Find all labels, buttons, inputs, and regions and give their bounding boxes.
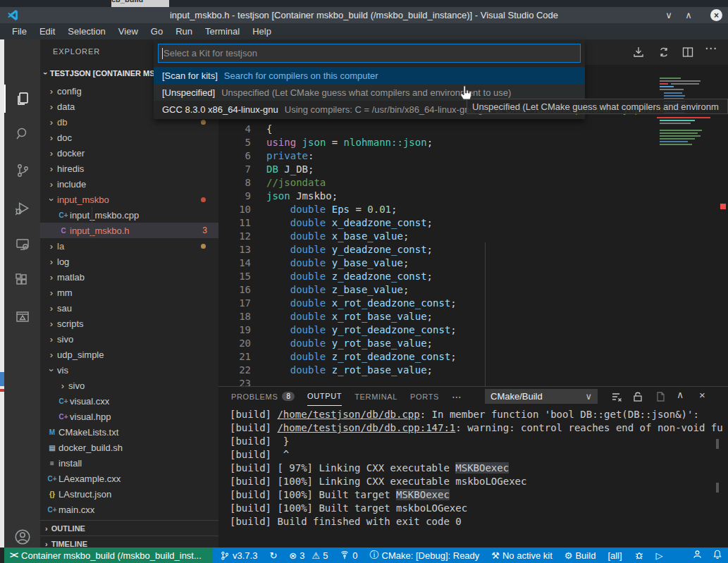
- menu-help[interactable]: Help: [246, 24, 278, 39]
- panel-tab-terminal[interactable]: TERMINAL: [354, 387, 397, 406]
- active-kit-item[interactable]: ⚒ No active kit: [491, 550, 552, 561]
- menu-run[interactable]: Run: [169, 24, 199, 39]
- code-view[interactable]: 4{5using json = nlohmann::json;6private:…: [218, 123, 728, 386]
- clear-output-icon[interactable]: [610, 390, 623, 405]
- build-button[interactable]: ⚙ Build: [564, 550, 596, 561]
- activity-bar: [4, 39, 40, 547]
- build-output[interactable]: [build] /home/testjson/db/db.cpp: In mem…: [230, 408, 723, 528]
- ports-item[interactable]: 0: [340, 550, 357, 561]
- token: [326, 297, 331, 309]
- run-and-debug-icon[interactable]: [4, 194, 40, 223]
- tree-file-install[interactable]: ≡install: [40, 455, 218, 471]
- build-target-item[interactable]: [all]: [607, 550, 622, 561]
- open-output-in-editor-icon[interactable]: [654, 390, 667, 405]
- tree-file-laexample-cxx[interactable]: C+LAexample.cxx: [40, 471, 218, 486]
- code-text: double y_deadzone_const;: [266, 243, 433, 256]
- overview-ruler-error-mark: [720, 204, 726, 209]
- menu-edit[interactable]: Edit: [33, 24, 61, 39]
- close-button[interactable]: ×: [710, 9, 722, 21]
- tree-file-lastruct-json[interactable]: {}LAstruct.json: [40, 486, 218, 502]
- remote-indicator[interactable]: >< Container mskbo_build (/mskbo_build_i…: [4, 547, 213, 563]
- output-file-link[interactable]: /home/testjson/db/db.cpp:147:1: [277, 422, 455, 433]
- outline-section[interactable]: › OUTLINE: [40, 520, 218, 536]
- panel-tab-problems[interactable]: PROBLEMS8: [231, 387, 295, 406]
- tree-folder-include[interactable]: ›include: [40, 176, 218, 192]
- tree-folder-docker[interactable]: ›docker: [40, 145, 218, 161]
- error-dot: [201, 197, 206, 202]
- minimap[interactable]: [657, 78, 710, 190]
- tree-folder-udp-simple[interactable]: ›udp_simple: [40, 347, 218, 362]
- tree-file-input-mskbo-cpp[interactable]: C+input_mskbo.cpp: [40, 207, 218, 223]
- code-text: {: [266, 123, 272, 136]
- minimize-button[interactable]: ∨: [660, 7, 677, 23]
- tree-folder-log[interactable]: ›log: [40, 254, 218, 269]
- search-icon[interactable]: [4, 120, 40, 148]
- menu-file[interactable]: File: [6, 24, 33, 39]
- cmake-status-item[interactable]: ⓘ CMake: [Debug]: Ready: [370, 549, 480, 562]
- git-branch-item[interactable]: v3.7.3: [220, 550, 257, 561]
- output-line: [build] [100%] Built target MSKBOexec: [230, 488, 723, 502]
- tree-folder-doc[interactable]: ›doc: [40, 130, 218, 145]
- notifications-bell-icon[interactable]: [712, 549, 722, 562]
- maximize-panel-icon[interactable]: ∧: [677, 389, 684, 400]
- menu-go[interactable]: Go: [144, 24, 169, 39]
- menu-view[interactable]: View: [112, 24, 144, 39]
- tree-folder-hiredis[interactable]: ›hiredis: [40, 161, 218, 176]
- tree-folder-sau[interactable]: ›sau: [40, 300, 218, 316]
- menu-terminal[interactable]: Terminal: [199, 24, 246, 39]
- tree-folder-vis[interactable]: ›vis: [40, 362, 218, 378]
- switch-header-source-icon[interactable]: [657, 45, 671, 62]
- tree-folder-mm[interactable]: ›mm: [40, 285, 218, 300]
- quick-pick-input[interactable]: Select a Kit for testjson: [158, 44, 581, 63]
- cmake-tools-icon[interactable]: [4, 303, 40, 331]
- problems-item[interactable]: ⊗ 3 ⚠ 5: [289, 550, 328, 561]
- panel-tab-ports[interactable]: PORTS: [410, 387, 439, 406]
- tree-folder-scripts[interactable]: ›scripts: [40, 316, 218, 331]
- explorer-icon[interactable]: [4, 85, 40, 113]
- feedback-icon[interactable]: [692, 549, 703, 562]
- tree-file-docker-build-sh[interactable]: ▤docker_build.sh: [40, 440, 218, 455]
- lock-icon[interactable]: [631, 390, 644, 405]
- sync-item[interactable]: ↻: [269, 550, 277, 561]
- menu-selection[interactable]: Selection: [61, 24, 111, 39]
- launch-target-item[interactable]: ▷: [656, 550, 663, 561]
- tree-folder-la[interactable]: ›la: [40, 238, 218, 254]
- cpp-file-icon: C+: [46, 506, 58, 514]
- tree-folder-sivo[interactable]: ›sivo: [40, 378, 218, 393]
- cmake-status-label: CMake: [Debug]: Ready: [382, 550, 480, 561]
- remote-explorer-icon[interactable]: [4, 230, 40, 259]
- tree-file-input-mskbo-h[interactable]: Cinput_mskbo.h3: [40, 223, 218, 238]
- output-file-link[interactable]: /home/testjson/db/db.cpp: [277, 409, 419, 420]
- output-line: [build] [ 97%] Linking CXX executable MS…: [230, 462, 723, 475]
- source-control-icon[interactable]: [4, 156, 40, 185]
- line-number: 10: [218, 203, 251, 216]
- tree-folder-input-mskbo[interactable]: ›input_mskbo: [40, 192, 218, 207]
- account-icon[interactable]: [4, 523, 40, 551]
- tree-file-cmakelists-txt[interactable]: MCMakeLists.txt: [40, 424, 218, 440]
- output-channel-select[interactable]: CMake/Build ∨: [485, 389, 598, 404]
- timeline-section[interactable]: › TIMELINE: [40, 536, 218, 547]
- run-below-icon[interactable]: [631, 45, 646, 62]
- maximize-button[interactable]: ∧: [680, 7, 697, 23]
- extensions-icon[interactable]: [4, 266, 40, 295]
- tree-item-label: main.cxx: [58, 505, 94, 515]
- tree-folder-sivo[interactable]: ›sivo: [40, 331, 218, 347]
- status-bar: >< Container mskbo_build (/mskbo_build_i…: [0, 547, 728, 563]
- panel-tab-output[interactable]: OUTPUT: [307, 387, 342, 406]
- panel-more-tabs-icon[interactable]: ⋯: [452, 391, 462, 402]
- close-panel-icon[interactable]: ×: [699, 389, 705, 401]
- minimap-line: [660, 80, 701, 82]
- tree-folder-matlab[interactable]: ›matlab: [40, 269, 218, 285]
- more-actions-icon[interactable]: ⋯: [705, 41, 717, 56]
- tree-file-visual-cxx[interactable]: C+visual.cxx: [40, 393, 218, 409]
- debug-target-item[interactable]: [634, 550, 644, 560]
- kit-option--scan-for-kits-[interactable]: [Scan for kits]Search for compilers on t…: [154, 67, 585, 84]
- output-line: [build] /home/testjson/db/db.cpp: In mem…: [230, 408, 723, 421]
- split-editor-icon[interactable]: [681, 45, 695, 62]
- window-title: input_mskbo.h - testjson [Container mskb…: [0, 10, 728, 20]
- token: json: [302, 137, 326, 148]
- tree-file-main-cxx[interactable]: C+main.cxx: [40, 502, 218, 517]
- chevron-right-icon: ›: [46, 272, 57, 283]
- tree-file-visual-hpp[interactable]: C+visual.hpp: [40, 409, 218, 424]
- chevron-right-icon: ›: [46, 349, 57, 360]
